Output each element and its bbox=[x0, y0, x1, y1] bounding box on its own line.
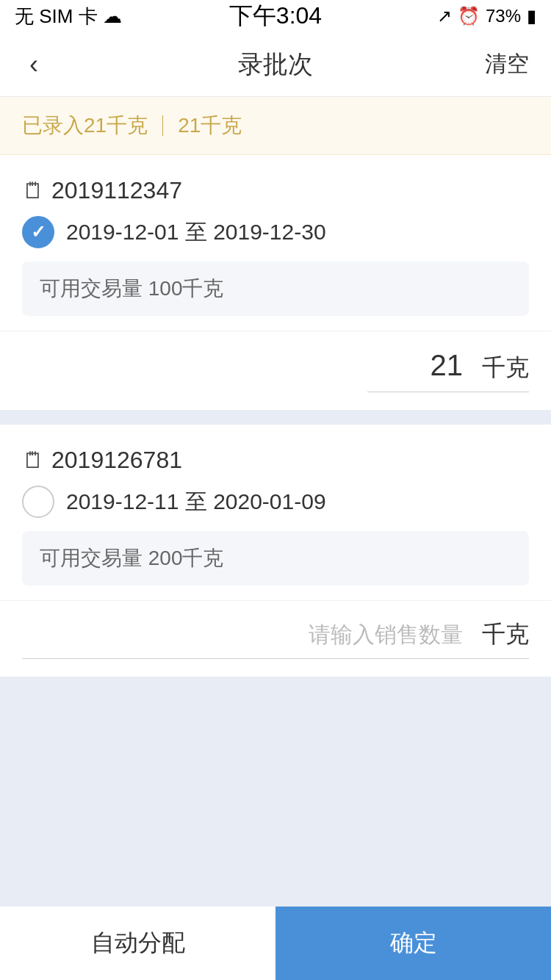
batch-1-available: 可用交易量 100千克 bbox=[22, 262, 529, 316]
batch-1-quantity-display: 21 千克 bbox=[431, 349, 530, 384]
nav-bar: ‹ 录批次 清空 bbox=[0, 32, 551, 97]
clear-button[interactable]: 清空 bbox=[485, 49, 529, 79]
batch-2-date: 2019-12-11 至 2020-01-09 bbox=[66, 487, 326, 517]
auto-distribute-button[interactable]: 自动分配 bbox=[0, 907, 276, 980]
batch-1-number: 2019112347 bbox=[51, 177, 182, 204]
status-left: 无 SIM 卡 ☁ bbox=[15, 4, 122, 29]
sim-label: 无 SIM 卡 ☁ bbox=[15, 4, 122, 29]
batch-1-date-row: 2019-12-01 至 2019-12-30 bbox=[22, 216, 529, 248]
status-bar: 无 SIM 卡 ☁ 下午3:04 ↗ ⏰ 73% ▮ bbox=[0, 0, 551, 32]
status-time: 下午3:04 bbox=[229, 0, 322, 32]
batch-2-input-container: 请输入销售数量 千克 bbox=[22, 619, 529, 659]
batch-2-radio[interactable] bbox=[22, 486, 54, 518]
batch-1-icon: 🗒 bbox=[22, 179, 44, 203]
batch-2-input-unit: 千克 bbox=[482, 619, 529, 651]
section-divider bbox=[0, 410, 551, 425]
input-underline bbox=[22, 658, 529, 659]
location-icon: ↗ bbox=[437, 6, 452, 26]
content-area: 已录入21千克 21千克 🗒 2019112347 2019-12-01 至 2… bbox=[0, 97, 551, 980]
batch-1-date: 2019-12-01 至 2019-12-30 bbox=[66, 217, 326, 248]
batch-1-quantity-value: 21 bbox=[431, 349, 464, 382]
batch-1-header: 🗒 2019112347 bbox=[22, 177, 529, 204]
batch-1-quantity-unit: 千克 bbox=[482, 352, 529, 384]
recorded-value: 21千克 bbox=[178, 112, 242, 140]
batch-2-number: 2019126781 bbox=[51, 447, 182, 474]
back-button[interactable]: ‹ bbox=[22, 42, 46, 87]
banner-divider bbox=[162, 115, 163, 136]
batch-2-icon: 🗒 bbox=[22, 448, 44, 473]
batch-2-header: 🗒 2019126781 bbox=[22, 447, 529, 474]
bottom-bar: 自动分配 确定 bbox=[0, 907, 551, 980]
battery-percent: 73% bbox=[486, 6, 521, 26]
batch-1-radio[interactable] bbox=[22, 216, 54, 248]
alarm-icon: ⏰ bbox=[458, 6, 480, 26]
batch-2-available: 可用交易量 200千克 bbox=[22, 531, 529, 586]
page-title: 录批次 bbox=[238, 48, 313, 82]
batch-2-date-row: 2019-12-11 至 2020-01-09 bbox=[22, 486, 529, 518]
battery-icon: ▮ bbox=[527, 6, 536, 26]
recorded-label: 已录入21千克 bbox=[22, 112, 148, 140]
info-banner: 已录入21千克 21千克 bbox=[0, 97, 551, 155]
batch-2-input-placeholder[interactable]: 请输入销售数量 bbox=[22, 620, 463, 650]
batch-1-quantity-row: 21 千克 bbox=[0, 331, 551, 410]
batch-2-input-row: 请输入销售数量 千克 bbox=[0, 600, 551, 677]
status-right: ↗ ⏰ 73% ▮ bbox=[437, 6, 536, 26]
batch-1-card: 🗒 2019112347 2019-12-01 至 2019-12-30 可用交… bbox=[0, 155, 551, 331]
quantity-underline bbox=[367, 392, 529, 392]
batch-2-input-display: 请输入销售数量 千克 bbox=[22, 619, 529, 651]
batch-1-quantity-container: 21 千克 bbox=[367, 349, 529, 392]
batch-2-card: 🗒 2019126781 2019-12-11 至 2020-01-09 可用交… bbox=[0, 425, 551, 600]
confirm-button[interactable]: 确定 bbox=[276, 907, 551, 980]
